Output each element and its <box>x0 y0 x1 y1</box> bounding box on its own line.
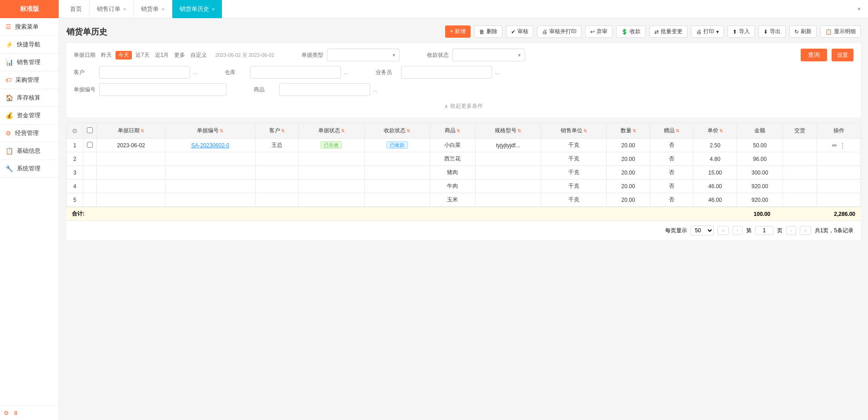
th-doc-number[interactable]: 单据编号⇅ <box>166 123 255 139</box>
tab-sales-order-close[interactable]: × <box>123 6 126 12</box>
customer-input[interactable] <box>99 66 190 79</box>
goods-input[interactable] <box>279 83 370 96</box>
date-tag-custom[interactable]: 自定义 <box>189 51 209 60</box>
basic-info-icon: 📋 <box>5 147 13 155</box>
tab-sales-order[interactable]: 销售订单 × <box>90 0 134 18</box>
import-button[interactable]: ⬆ 导入 <box>728 25 755 38</box>
sort-docstatus-icon: ⇅ <box>341 128 345 133</box>
th-payment-status[interactable]: 收款状态⇅ <box>364 123 430 139</box>
filter-action-buttons: 查询 设置 <box>801 49 853 61</box>
tab-home[interactable]: 首页 <box>63 0 90 18</box>
customer-filter-label: 客户 <box>74 69 96 76</box>
pause-icon[interactable]: ⏸ <box>13 410 19 416</box>
warehouse-ellipsis[interactable]: ... <box>344 69 348 75</box>
cell-quantity: 20.00 <box>607 193 650 207</box>
toolbar: + 新增 🗑 删除 ✔ 审核 🖨 审核并打印 ↩ 弃审 <box>445 25 861 38</box>
th-doc-status[interactable]: 单据状态⇅ <box>299 123 364 139</box>
sidebar-item-search-menu[interactable]: ☰ 搜索菜单 <box>0 18 59 36</box>
batch-change-button[interactable]: ⇄ 批量变更 <box>649 25 687 38</box>
page-number-input[interactable] <box>755 226 773 235</box>
collect-button[interactable]: 💲 收款 <box>616 25 646 38</box>
add-button[interactable]: + 新增 <box>445 25 471 38</box>
sidebar-item-ops-mgmt[interactable]: ⚙ 经营管理 <box>0 125 59 142</box>
next-page-button[interactable]: › <box>786 226 796 235</box>
doctype-select-wrapper <box>327 49 400 61</box>
th-spec[interactable]: 规格型号⇅ <box>475 123 541 139</box>
date-tag-7days[interactable]: 近7天 <box>134 51 151 60</box>
sidebar-item-sales-mgmt[interactable]: 📊 销售管理 <box>0 54 59 71</box>
tab-home-label: 首页 <box>70 5 82 13</box>
date-tag-today[interactable]: 今天 <box>115 51 132 60</box>
collapse-button[interactable]: ∧ 收起更多条件 <box>74 100 853 112</box>
page-label-prefix: 第 <box>746 227 752 235</box>
tab-sales-history[interactable]: 销货单历史 × <box>172 0 222 18</box>
review-button[interactable]: ✔ 审核 <box>506 25 533 38</box>
total-amount: 2,286.00 <box>834 211 855 217</box>
th-gift[interactable]: 赠品⇅ <box>650 123 693 139</box>
refresh-icon: ↻ <box>794 29 799 35</box>
first-page-button[interactable]: « <box>717 226 729 235</box>
th-customer[interactable]: 客户⇅ <box>255 123 299 139</box>
cell-goods: 牛肉 <box>430 180 475 193</box>
abandon-button[interactable]: ↩ 弃审 <box>585 25 612 38</box>
payment-select-wrapper <box>452 49 525 61</box>
staff-input[interactable] <box>401 66 492 79</box>
th-doc-date[interactable]: 单据日期⇅ <box>97 123 166 139</box>
staff-ellipsis[interactable]: ... <box>495 69 499 75</box>
edit-action[interactable]: ✏ <box>831 142 838 149</box>
print-button[interactable]: 🖨 打印 ▾ <box>691 25 724 38</box>
more-action[interactable]: ⋮ <box>838 142 847 149</box>
th-unit[interactable]: 销售单位⇅ <box>541 123 606 139</box>
customer-ellipsis[interactable]: ... <box>193 69 197 75</box>
cell-rownum: 1 <box>67 139 83 152</box>
date-tag-more[interactable]: 更多 <box>172 51 187 60</box>
review-print-button[interactable]: 🖨 审核并打印 <box>537 25 582 38</box>
cell-payment: 已收款 <box>364 139 430 152</box>
display-button[interactable]: 📋 显示明细 <box>820 25 861 38</box>
delete-icon: 🗑 <box>479 29 485 35</box>
sort-spec-icon: ⇅ <box>517 128 521 133</box>
sidebar-item-finance[interactable]: 💰 资金管理 <box>0 107 59 125</box>
cell-checkbox <box>83 166 97 180</box>
sidebar-item-quick-nav[interactable]: ⚡ 快捷导航 <box>0 36 59 54</box>
tab-sales-history-close[interactable]: × <box>212 6 215 12</box>
sidebar-item-inventory[interactable]: 🏠 库存核算 <box>0 89 59 107</box>
sidebar-item-basic-info[interactable]: 📋 基础信息 <box>0 142 59 160</box>
close-all-button[interactable]: × <box>853 5 864 12</box>
th-goods[interactable]: 商品⇅ <box>430 123 475 139</box>
export-button[interactable]: ⬇ 导出 <box>758 25 786 38</box>
delete-button[interactable]: 🗑 删除 <box>474 25 502 38</box>
export-icon: ⬇ <box>763 29 768 35</box>
tab-sales-delivery-close[interactable]: × <box>161 6 164 12</box>
date-tag-1month[interactable]: 近1月 <box>153 51 171 60</box>
prev-page-button[interactable]: ‹ <box>733 226 743 235</box>
doctype-select[interactable] <box>327 49 400 61</box>
payment-status-badge: 已收款 <box>386 141 408 149</box>
sort-price-icon: ⇅ <box>719 128 723 133</box>
th-unit-price[interactable]: 单价⇅ <box>693 123 737 139</box>
payment-select[interactable] <box>452 49 525 61</box>
date-tag-yesterday[interactable]: 昨天 <box>99 51 114 60</box>
sidebar-item-purchase-mgmt[interactable]: 🏷 采购管理 <box>0 71 59 89</box>
th-quantity[interactable]: 数量⇅ <box>607 123 650 139</box>
query-button[interactable]: 查询 <box>801 49 827 61</box>
select-all-checkbox[interactable] <box>87 127 93 133</box>
sidebar-item-sys-mgmt[interactable]: 🔧 系统管理 <box>0 160 59 178</box>
tab-sales-delivery[interactable]: 销货单 × <box>134 0 172 18</box>
warehouse-input[interactable] <box>250 66 341 79</box>
th-gear[interactable]: ⚙ <box>67 123 83 139</box>
refresh-button[interactable]: ↻ 刷新 <box>789 25 817 38</box>
settings-icon[interactable]: ⚙ <box>4 410 9 416</box>
gear-settings-icon[interactable]: ⚙ <box>72 127 78 135</box>
docnum-input[interactable] <box>99 83 226 96</box>
per-page-select[interactable]: 50 20 100 <box>691 225 714 235</box>
doc-number-link[interactable]: SA-20230602-0 <box>191 142 229 149</box>
cell-spec: tyjyjtyjdf... <box>475 139 541 152</box>
row-checkbox[interactable] <box>87 142 93 148</box>
cell-rownum: 4 <box>67 180 83 193</box>
total-label: 合计: <box>72 210 85 218</box>
filter-settings-button[interactable]: 设置 <box>832 49 853 61</box>
last-page-button[interactable]: » <box>800 226 811 235</box>
sort-docnum-icon: ⇅ <box>220 128 223 133</box>
goods-ellipsis[interactable]: ... <box>373 86 377 93</box>
